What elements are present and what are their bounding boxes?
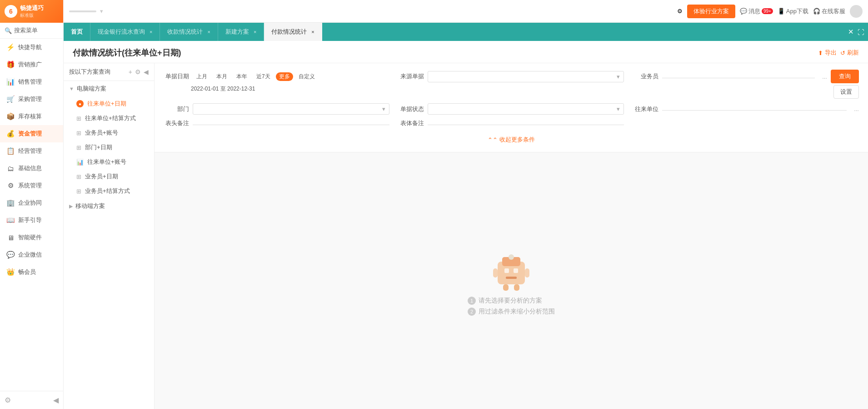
scheme-item-partner-date[interactable]: ● 往来单位+日期 — [64, 96, 154, 111]
date-btn-7days[interactable]: 近7天 — [253, 72, 274, 81]
sidebar-item-hardware[interactable]: 🖥 智能硬件 — [0, 229, 63, 246]
page-title: 付款情况统计(往来单位+日期) — [73, 47, 181, 58]
tab-receipt-stats[interactable]: 收款情况统计 × — [160, 23, 218, 41]
tab-new-scheme[interactable]: 新建方案 × — [218, 23, 264, 41]
date-btn-this-month[interactable]: 本月 — [213, 72, 231, 81]
system-icon: ⚙ — [6, 182, 15, 190]
svg-rect-6 — [493, 268, 498, 278]
scheme-item-salesperson-account[interactable]: ⊞ 业务员+账号 — [64, 126, 154, 140]
sidebar-nav: ⚡ 快捷导航 🎁 营销推广 📊 销售管理 🛒 采购管理 📦 库存核算 💰 资金管… — [0, 39, 63, 391]
refresh-icon: ↺ — [840, 50, 845, 56]
salesperson-dots[interactable]: ... — [822, 73, 827, 80]
tab-bank-flow[interactable]: 现金银行流水查询 × — [90, 23, 160, 41]
close-all-tabs-button[interactable]: ✕ — [848, 28, 854, 36]
sidebar-header: 6 畅捷通巧 标准版 — [0, 0, 63, 23]
sidebar-settings-button[interactable]: ⚙ — [5, 396, 11, 404]
scheme-collapse-button[interactable]: ◀ — [144, 68, 149, 76]
salesperson-input[interactable] — [662, 75, 815, 78]
filter-row-1: 单据日期 上月 本月 本年 近7天 更多 自定义 — [155, 63, 868, 99]
sidebar-item-operation[interactable]: 📋 经营管理 — [0, 142, 63, 160]
purchase-icon: 🛒 — [6, 95, 15, 103]
date-btn-this-year[interactable]: 本年 — [233, 72, 251, 81]
inventory-icon: 📦 — [6, 112, 15, 121]
guide-icon: 📖 — [6, 216, 15, 224]
voucher-status-select[interactable]: ▾ — [428, 103, 624, 115]
date-btn-last-month[interactable]: 上月 — [193, 72, 211, 81]
topbar-settings[interactable]: ⚙ — [677, 8, 683, 15]
sidebar-item-member[interactable]: 👑 畅会员 — [0, 263, 63, 281]
sidebar-item-purchase[interactable]: 🛒 采购管理 — [0, 91, 63, 108]
partner-input[interactable] — [662, 107, 847, 111]
sales-icon: 📊 — [6, 78, 15, 86]
gear-icon: ⚙ — [677, 8, 683, 15]
scheme-settings-button[interactable]: ⚙ — [135, 68, 141, 76]
scheme-group-desktop-header[interactable]: ▼ 电脑端方案 — [64, 81, 154, 96]
date-btn-custom[interactable]: 自定义 — [295, 72, 319, 81]
tab-receipt-stats-close[interactable]: × — [207, 29, 210, 35]
svg-rect-9 — [514, 284, 519, 291]
add-scheme-button[interactable]: + — [129, 68, 132, 76]
department-label: 部门 — [164, 105, 189, 113]
source-dropdown-icon: ▾ — [617, 73, 620, 80]
sidebar-item-system[interactable]: ⚙ 系统管理 — [0, 177, 63, 194]
source-voucher-select[interactable]: ▾ — [428, 71, 624, 82]
voucher-status-label: 单据状态 — [399, 105, 424, 113]
sidebar-item-marketing[interactable]: 🎁 营销推广 — [0, 56, 63, 73]
sidebar-item-guide[interactable]: 📖 新手引导 — [0, 212, 63, 229]
wechat-icon: 💬 — [6, 251, 15, 259]
table-body-note-input[interactable] — [428, 122, 624, 125]
scheme-header: 按以下方案查询 + ⚙ ◀ — [64, 63, 154, 81]
sidebar-item-wechat[interactable]: 💬 企业微信 — [0, 246, 63, 263]
refresh-button[interactable]: ↺ 刷新 — [840, 49, 859, 57]
query-button[interactable]: 查询 — [831, 70, 859, 83]
scheme-group-mobile-header[interactable]: ▶ 移动端方案 — [64, 198, 154, 214]
content-area: 付款情况统计(往来单位+日期) ⬆ 导出 ↺ 刷新 按以下方案查询 + — [64, 41, 868, 409]
scheme-panel: 按以下方案查询 + ⚙ ◀ ▼ 电脑端方案 ● 往来单位+日期 — [64, 63, 155, 409]
body-area: 按以下方案查询 + ⚙ ◀ ▼ 电脑端方案 ● 往来单位+日期 — [64, 63, 868, 409]
table-header-note-input[interactable] — [193, 122, 389, 125]
expand-button[interactable]: ⛶ — [858, 28, 864, 36]
empty-state: 1 请先选择要分析的方案 2 用过滤条件来缩小分析范围 — [468, 246, 555, 316]
online-service-button[interactable]: 🎧 在线客服 — [813, 7, 845, 15]
message-badge: 99+ — [762, 8, 773, 14]
sidebar-item-enterprise[interactable]: 🏢 企业协同 — [0, 194, 63, 212]
tab-bank-flow-close[interactable]: × — [150, 29, 152, 35]
app-download-button[interactable]: 📱 App下载 — [778, 7, 808, 15]
status-dropdown-icon: ▾ — [617, 106, 620, 112]
sidebar-item-inventory[interactable]: 📦 库存核算 — [0, 108, 63, 125]
sidebar-collapse-button[interactable]: ◀ — [53, 396, 59, 404]
sidebar-item-quick-nav[interactable]: ⚡ 快捷导航 — [0, 39, 63, 56]
tab-new-scheme-close[interactable]: × — [254, 29, 256, 35]
message-icon: 💬 — [740, 8, 747, 15]
collapse-more-button[interactable]: ⌃⌃ 收起更多条件 — [155, 132, 868, 147]
scheme-item-partner-account[interactable]: 📊 往来单位+账号 — [64, 155, 154, 169]
trial-button[interactable]: 体验行业方案 — [687, 5, 735, 18]
tab-payment-stats-close[interactable]: × — [311, 29, 314, 35]
member-icon: 👑 — [6, 268, 15, 276]
messages-button[interactable]: 💬 消息 99+ — [740, 7, 773, 15]
search-icon: 🔍 — [5, 27, 12, 34]
search-menu[interactable]: 🔍 搜索菜单 — [0, 23, 63, 39]
tab-payment-stats[interactable]: 付款情况统计 × — [264, 23, 322, 41]
svg-rect-5 — [506, 277, 517, 279]
department-select[interactable]: ▾ — [193, 103, 389, 115]
scheme-item-salesperson-settle[interactable]: ⊞ 业务员+结算方式 — [64, 184, 154, 198]
partner-dots[interactable]: ... — [854, 106, 859, 112]
filter-row-3: 表头备注 表体备注 — [155, 115, 868, 127]
filter-cell-status: 单据状态 ▾ — [399, 103, 624, 115]
scheme-item-partner-settle[interactable]: ⊞ 往来单位+结算方式 — [64, 111, 154, 126]
scheme-item-dept-date[interactable]: ⊞ 部门+日期 — [64, 140, 154, 155]
sidebar-item-basic[interactable]: 🗂 基础信息 — [0, 160, 63, 177]
main-content: ▾ ⚙ 体验行业方案 💬 消息 99+ 📱 App下载 🎧 在线客服 首页 现金… — [64, 0, 868, 409]
table-scheme-icon5: ⊞ — [76, 188, 81, 195]
sidebar-item-sales[interactable]: 📊 销售管理 — [0, 73, 63, 91]
export-button[interactable]: ⬆ 导出 — [818, 49, 837, 57]
table-scheme-icon3: ⊞ — [76, 144, 81, 151]
sidebar-item-capital[interactable]: 💰 资金管理 — [0, 125, 63, 142]
date-btn-more[interactable]: 更多 — [276, 72, 293, 81]
settings-button[interactable]: 设置 — [833, 85, 859, 99]
tab-home[interactable]: 首页 — [64, 23, 90, 41]
scheme-item-salesperson-date[interactable]: ⊞ 业务员+日期 — [64, 169, 154, 184]
table-scheme-icon4: ⊞ — [76, 173, 81, 180]
user-avatar[interactable] — [850, 5, 863, 18]
